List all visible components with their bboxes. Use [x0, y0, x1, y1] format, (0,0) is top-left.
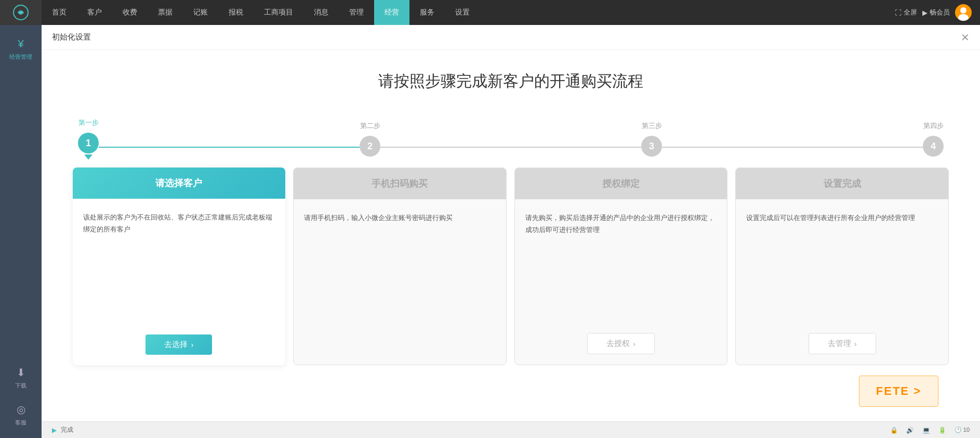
svg-point-1 — [960, 7, 966, 14]
fullscreen-icon: ⛶ — [895, 9, 902, 17]
bottom-left: ▶ 完成 — [52, 426, 73, 434]
fete-banner[interactable]: FETE > — [859, 376, 938, 407]
yuan-icon: ¥ — [14, 36, 28, 51]
main-heading: 请按照步骤完成新客户的开通购买流程 — [73, 71, 949, 92]
step-1-pointer — [84, 154, 92, 160]
card-1-body: 该处展示的客户为不在回收站、客户状态正常建账后完成老板端绑定的所有客户 — [73, 199, 285, 327]
nav-business[interactable]: 工商项目 — [254, 0, 303, 25]
nav-service[interactable]: 服务 — [409, 0, 445, 25]
sidebar-download-label: 下载 — [15, 382, 27, 390]
download-icon: ⬇ — [14, 365, 28, 380]
card-1-footer: 去选择 › — [73, 327, 285, 365]
connector-3: › — [662, 147, 923, 148]
nav-operation[interactable]: 经营 — [374, 0, 409, 25]
card-4-header: 设置完成 — [736, 168, 948, 199]
battery-icon: 🔋 — [938, 427, 946, 434]
step-card-2: 手机扫码购买 请用手机扫码，输入小微企业主账号密码进行购买 — [293, 168, 507, 365]
nav-bill[interactable]: 票据 — [148, 0, 183, 25]
card-2-footer — [294, 346, 506, 365]
shield-icon: 🔒 — [890, 427, 898, 434]
nav-customer[interactable]: 客户 — [77, 0, 112, 25]
sidebar-bottom: ⬇ 下载 ◎ 客服 — [0, 359, 42, 438]
cards-row: 请选择客户 该处展示的客户为不在回收站、客户状态正常建账后完成老板端绑定的所有客… — [73, 168, 949, 365]
avatar[interactable] — [955, 4, 972, 21]
step-card-1: 请选择客户 该处展示的客户为不在回收站、客户状态正常建账后完成老板端绑定的所有客… — [73, 168, 285, 365]
go-authorize-label: 去授权 — [606, 339, 630, 349]
main-content: 请按照步骤完成新客户的开通购买流程 第一步 1 › 第二步 — [42, 50, 980, 376]
card-3-footer: 去授权 › — [515, 325, 727, 365]
status-text: 完成 — [61, 426, 73, 434]
step-node-3: 第三步 3 — [641, 121, 662, 157]
volume-icon: 🔊 — [906, 427, 914, 434]
fullscreen-btn[interactable]: ⛶ 全屏 — [895, 8, 917, 17]
logo[interactable] — [0, 0, 42, 25]
nav-manage[interactable]: 管理 — [339, 0, 374, 25]
nav-items: 首页 客户 收费 票据 记账 报税 工商项目 消息 管理 经营 服务 设置 — [42, 0, 895, 25]
sidebar-support-label: 客服 — [15, 419, 27, 427]
go-manage-label: 去管理 — [828, 339, 851, 349]
card-4-footer: 去管理 › — [736, 325, 948, 365]
card-3-header: 授权绑定 — [515, 168, 727, 199]
main-layout: ¥ 经营管理 ⬇ 下载 ◎ 客服 初始化设置 ✕ 请按照步骤完成新客户的开通购买… — [0, 25, 980, 438]
play-icon: ▶ — [922, 9, 928, 17]
sidebar: ¥ 经营管理 ⬇ 下载 ◎ 客服 — [0, 25, 42, 438]
step-circle-1: 1 — [78, 133, 99, 153]
page-title: 初始化设置 — [52, 32, 91, 42]
nav-bookkeeping[interactable]: 记账 — [183, 0, 218, 25]
step-circle-2: 2 — [360, 136, 380, 157]
card-2-body: 请用手机扫码，输入小微企业主账号密码进行购买 — [294, 199, 506, 346]
page-header: 初始化设置 ✕ — [42, 25, 980, 50]
nav-right: ⛶ 全屏 ▶ 畅会员 — [895, 4, 980, 21]
steps-flow: 第一步 1 › 第二步 2 — [73, 118, 949, 160]
go-select-arrow: › — [191, 340, 193, 349]
nav-home[interactable]: 首页 — [42, 0, 77, 25]
step-circle-4: 4 — [923, 136, 944, 157]
sidebar-support[interactable]: ◎ 客服 — [0, 396, 42, 433]
go-authorize-button[interactable]: 去授权 › — [587, 333, 655, 354]
nav-tax[interactable]: 报税 — [218, 0, 254, 25]
go-select-button[interactable]: 去选择 › — [145, 334, 212, 355]
step-node-1: 第一步 1 — [78, 118, 99, 160]
connector-1: › — [99, 147, 360, 148]
nav-fee[interactable]: 收费 — [112, 0, 148, 25]
sidebar-item-label: 经营管理 — [9, 53, 32, 61]
nav-message[interactable]: 消息 — [303, 0, 339, 25]
step-node-2: 第二步 2 — [360, 121, 380, 157]
svg-point-2 — [958, 14, 969, 21]
step-card-4: 设置完成 设置完成后可以在管理列表进行所有企业用户的经营管理 去管理 › — [735, 168, 949, 365]
step-card-3: 授权绑定 请先购买，购买后选择开通的产品中的企业用户进行授权绑定，成功后即可进行… — [514, 168, 728, 365]
step-4-label: 第四步 — [923, 121, 944, 131]
sidebar-download[interactable]: ⬇ 下载 — [0, 359, 42, 396]
step-2-label: 第二步 — [360, 121, 380, 131]
step-circle-3: 3 — [641, 136, 662, 157]
connector-2: › — [380, 147, 641, 148]
go-manage-arrow: › — [854, 339, 857, 348]
play-icon-bottom: ▶ — [52, 427, 57, 434]
top-navigation: 首页 客户 收费 票据 记账 报税 工商项目 消息 管理 经营 服务 设置 ⛶ … — [0, 0, 980, 25]
member-btn[interactable]: ▶ 畅会员 — [922, 8, 950, 17]
sidebar-item-operation[interactable]: ¥ 经营管理 — [0, 30, 42, 67]
go-manage-button[interactable]: 去管理 › — [809, 333, 876, 354]
nav-settings[interactable]: 设置 — [445, 0, 480, 25]
card-1-header: 请选择客户 — [73, 168, 285, 199]
go-authorize-arrow: › — [633, 339, 635, 348]
bottom-bar: ▶ 完成 🔒 🔊 💻 🔋 🕐 10 — [42, 421, 980, 438]
support-icon: ◎ — [14, 402, 28, 417]
step-1-label: 第一步 — [78, 118, 99, 127]
card-4-body: 设置完成后可以在管理列表进行所有企业用户的经营管理 — [736, 199, 948, 325]
close-button[interactable]: ✕ — [961, 32, 970, 43]
card-3-body: 请先购买，购买后选择开通的产品中的企业用户进行授权绑定，成功后即可进行经营管理 — [515, 199, 727, 325]
step-node-4: 第四步 4 — [923, 121, 944, 157]
card-2-header: 手机扫码购买 — [294, 168, 506, 199]
time-icon: 🕐 10 — [955, 427, 970, 433]
step-3-label: 第三步 — [642, 121, 662, 131]
bottom-right: 🔒 🔊 💻 🔋 🕐 10 — [890, 427, 970, 434]
content-area: 初始化设置 ✕ 请按照步骤完成新客户的开通购买流程 第一步 1 › — [42, 25, 980, 438]
go-select-label: 去选择 — [164, 340, 188, 350]
monitor-icon: 💻 — [922, 427, 930, 434]
